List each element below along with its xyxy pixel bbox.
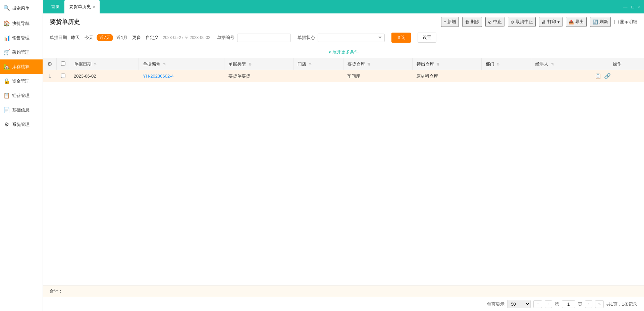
expand-more-button[interactable]: ▾ 展开更多条件 xyxy=(329,49,359,55)
sidebar-search[interactable]: 🔍 搜索菜单 xyxy=(0,0,43,16)
col-req-warehouse[interactable]: 要货仓库 ⇅ xyxy=(343,58,412,70)
sidebar-item-operations[interactable]: 📋 经营管理 xyxy=(0,88,43,103)
row-checkbox[interactable] xyxy=(56,70,70,82)
col-store[interactable]: 门店 ⇅ xyxy=(293,58,343,70)
table-settings-icon[interactable]: ⚙ xyxy=(47,61,52,67)
date-shortcuts: 昨天 今天 近7天 近1月 更多 自定义 xyxy=(70,34,160,41)
sidebar-item-label: 采购管理 xyxy=(12,49,30,55)
sort-department-icon: ⇅ xyxy=(497,62,500,66)
sort-pending-warehouse-icon: ⇅ xyxy=(436,62,439,66)
tab-close-icon[interactable]: × xyxy=(93,5,95,9)
col-doc-date[interactable]: 单据日期 ⇅ xyxy=(70,58,139,70)
pagination-bar: 每页显示 50 20 100 « ‹ 第 页 › » 共1页，1条记录 xyxy=(43,297,644,311)
sidebar-item-finance[interactable]: 🔒 资金管理 xyxy=(0,74,43,88)
date-filter-group: 单据日期 昨天 今天 近7天 近1月 更多 自定义 2023-05-27 至 2… xyxy=(50,34,210,41)
sales-icon: 📊 xyxy=(3,35,10,41)
doc-status-filter-group: 单据状态 xyxy=(298,34,385,42)
table-header-row: ⚙ 单据日期 ⇅ 单据编号 ⇅ xyxy=(43,58,644,70)
col-doc-no[interactable]: 单据编号 ⇅ xyxy=(139,58,224,70)
last-page-btn[interactable]: » xyxy=(595,300,603,308)
delete-icon: 🗑 xyxy=(465,19,469,25)
page-header: 要货单历史 + 新增 🗑 删除 ⊘ 中止 ⊘ 取消中止 🖨 打印 xyxy=(43,13,644,29)
per-page-select[interactable]: 50 20 100 xyxy=(507,300,531,308)
row-department xyxy=(481,70,531,82)
shortcut-custom[interactable]: 自定义 xyxy=(144,34,160,41)
doc-status-select[interactable] xyxy=(318,34,385,42)
filter-bar: 单据日期 昨天 今天 近7天 近1月 更多 自定义 2023-05-27 至 2… xyxy=(43,29,644,46)
sidebar-item-label: 库存核算 xyxy=(12,64,30,70)
row-doc-no: YH-20230602-4 xyxy=(139,70,224,82)
row-select-checkbox[interactable] xyxy=(61,74,65,78)
operations-icon: 📋 xyxy=(3,92,10,99)
sort-handler-icon: ⇅ xyxy=(551,62,554,66)
page-prefix-label: 第 xyxy=(555,301,559,307)
export-button[interactable]: 📤 导出 xyxy=(566,17,587,27)
shortcut-more[interactable]: 更多 xyxy=(131,34,142,41)
col-pending-warehouse[interactable]: 待出仓库 ⇅ xyxy=(412,58,481,70)
sidebar-item-inventory[interactable]: 🏡 库存核算 xyxy=(0,59,43,74)
doc-no-link[interactable]: YH-20230602-4 xyxy=(143,74,174,79)
display-detail-checkbox[interactable] xyxy=(614,20,619,24)
shortcut-today[interactable]: 今天 xyxy=(83,34,95,41)
window-minimize-btn[interactable]: — xyxy=(623,4,628,9)
topbar-window-actions: — □ × xyxy=(623,4,641,9)
select-all-checkbox[interactable] xyxy=(61,61,65,66)
sidebar-item-system[interactable]: ⚙ 系统管理 xyxy=(0,117,43,132)
print-icon: 🖨 xyxy=(542,19,546,25)
search-icon: 🔍 xyxy=(3,5,10,11)
col-settings[interactable]: ⚙ xyxy=(43,58,56,70)
doc-number-input[interactable] xyxy=(237,34,291,42)
shortcut-yesterday[interactable]: 昨天 xyxy=(70,34,81,41)
inventory-icon: 🏡 xyxy=(3,63,10,70)
date-filter-label: 单据日期 xyxy=(50,35,67,41)
window-close-btn[interactable]: × xyxy=(638,4,641,9)
print-dropdown-icon: ▾ xyxy=(557,19,560,25)
page-number-input[interactable] xyxy=(562,300,575,308)
first-page-btn[interactable]: « xyxy=(533,300,542,308)
row-actions: 📋 🔗 xyxy=(591,70,644,82)
col-department[interactable]: 部门 ⇅ xyxy=(481,58,531,70)
content-area: 要货单历史 + 新增 🗑 删除 ⊘ 中止 ⊘ 取消中止 🖨 打印 xyxy=(43,13,644,311)
row-edit-icon[interactable]: 📋 xyxy=(595,73,601,79)
sort-doc-type-icon: ⇅ xyxy=(249,62,252,66)
sidebar-item-purchase[interactable]: 🛒 采购管理 xyxy=(0,45,43,59)
doc-status-label: 单据状态 xyxy=(298,35,315,41)
sidebar-item-basic[interactable]: 📄 基础信息 xyxy=(0,103,43,117)
sidebar-item-sales[interactable]: 📊 销售管理 xyxy=(0,31,43,45)
delete-button[interactable]: 🗑 删除 xyxy=(462,17,482,27)
tab-requisition-history[interactable]: 要货单历史 × xyxy=(64,0,100,13)
refresh-button[interactable]: 🔄 刷新 xyxy=(590,17,611,27)
total-label: 合计： xyxy=(50,288,63,294)
search-button[interactable]: 查询 xyxy=(391,33,411,43)
display-detail-toggle[interactable]: 显示明细 xyxy=(614,19,637,25)
col-handler[interactable]: 经手人 ⇅ xyxy=(531,58,591,70)
settings-button[interactable]: 设置 xyxy=(418,33,436,43)
sidebar-item-label: 系统管理 xyxy=(12,122,30,128)
row-store xyxy=(293,70,343,82)
stop-icon: ⊘ xyxy=(488,19,492,25)
sidebar-item-label: 销售管理 xyxy=(12,35,30,41)
print-button[interactable]: 🖨 打印 ▾ xyxy=(539,17,562,27)
col-doc-type[interactable]: 单据类型 ⇅ xyxy=(224,58,293,70)
sort-store-icon: ⇅ xyxy=(309,62,312,66)
shortcut-1month[interactable]: 近1月 xyxy=(115,34,129,41)
expand-label: 展开更多条件 xyxy=(332,49,359,55)
tab-home[interactable]: 首页 xyxy=(46,0,64,13)
new-button[interactable]: + 新增 xyxy=(441,17,459,27)
sort-req-warehouse-icon: ⇅ xyxy=(367,62,370,66)
shortcut-7days[interactable]: 近7天 xyxy=(97,34,113,41)
next-page-btn[interactable]: › xyxy=(585,300,592,308)
sidebar-item-quick-nav[interactable]: 🏠 快捷导航 xyxy=(0,16,43,31)
cancel-stop-button[interactable]: ⊘ 取消中止 xyxy=(508,17,536,27)
window-maximize-btn[interactable]: □ xyxy=(632,4,634,9)
stop-button[interactable]: ⊘ 中止 xyxy=(485,17,504,27)
table-footer: 合计： xyxy=(43,285,644,297)
page-title: 要货单历史 xyxy=(50,18,80,26)
prev-page-btn[interactable]: ‹ xyxy=(545,300,552,308)
sort-doc-date-icon: ⇅ xyxy=(94,62,97,66)
refresh-icon: 🔄 xyxy=(593,19,598,25)
col-checkbox[interactable] xyxy=(56,58,70,70)
row-delete-icon[interactable]: 🔗 xyxy=(604,73,611,79)
table-body: 1 2023-06-02 YH-20230602-4 要货单要货 车间库 原材料… xyxy=(43,70,644,82)
purchase-icon: 🛒 xyxy=(3,49,10,55)
